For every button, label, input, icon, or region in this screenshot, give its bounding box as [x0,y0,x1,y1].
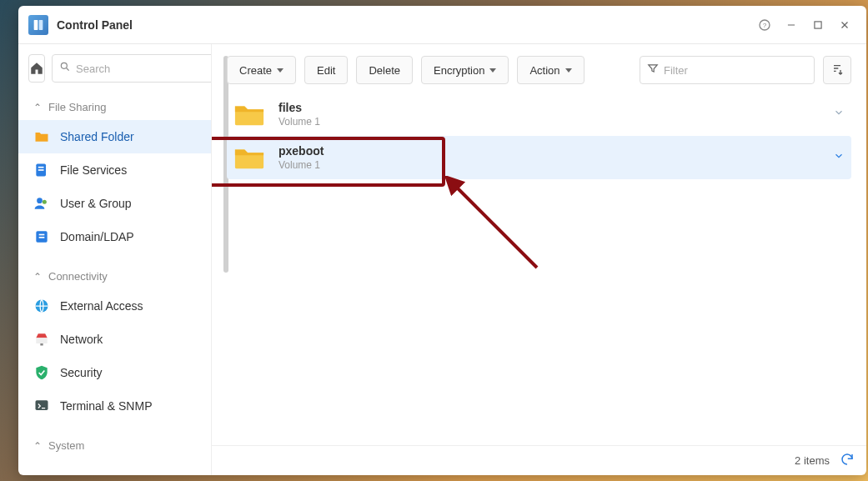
folder-row-pxeboot[interactable]: pxeboot Volume 1 [227,136,851,179]
svg-rect-11 [38,167,44,168]
section-label: Connectivity [48,270,108,283]
sidebar-item-external-access[interactable]: External Access [18,289,211,323]
users-icon [33,195,50,212]
chevron-down-icon [277,68,283,73]
refresh-button[interactable] [840,452,855,469]
filter-box[interactable] [640,56,815,84]
sidebar-section-system[interactable]: ⌃ System [18,431,211,458]
minimize-button[interactable] [780,13,803,37]
sidebar-item-user-group[interactable]: User & Group [18,187,211,220]
folder-icon [33,128,50,145]
close-button[interactable] [833,13,856,37]
sidebar-section-file-sharing[interactable]: ⌃ File Sharing [18,93,211,120]
create-button[interactable]: Create [227,56,296,84]
item-count: 2 items [795,454,830,467]
folder-icon [233,101,265,128]
sidebar: ⌃ File Sharing Shared Folder File Servic… [18,44,212,475]
folder-location: Volume 1 [278,116,320,128]
control-panel-window: Control Panel ? [18,6,866,475]
window-title: Control Panel [57,18,133,32]
terminal-icon [33,398,50,414]
shield-icon [33,364,50,381]
home-button[interactable] [28,54,45,83]
svg-line-9 [67,68,69,71]
svg-line-22 [454,184,537,268]
sidebar-item-label: Security [60,366,103,379]
search-box[interactable] [52,54,212,83]
encryption-button[interactable]: Encryption [421,56,509,84]
file-services-icon [33,162,50,178]
section-label: File Sharing [48,101,106,113]
svg-rect-12 [38,169,44,171]
chevron-up-icon: ⌃ [33,271,42,283]
search-input[interactable] [76,63,212,75]
sidebar-item-terminal-snmp[interactable]: Terminal & SNMP [18,389,211,423]
svg-rect-1 [39,20,43,30]
sidebar-item-label: File Services [60,163,127,177]
svg-rect-21 [36,400,48,410]
sidebar-item-network[interactable]: Network [18,323,211,356]
help-button[interactable]: ? [753,13,776,37]
domain-icon [33,228,50,245]
chevron-up-icon: ⌃ [33,102,42,113]
sidebar-item-label: External Access [60,299,143,313]
expand-icon[interactable] [833,150,845,165]
folder-row-files[interactable]: files Volume 1 [227,93,851,136]
folder-name: pxeboot [278,144,324,158]
app-icon [28,15,48,35]
sidebar-item-label: Domain/LDAP [60,230,134,243]
svg-rect-5 [815,21,821,28]
delete-button[interactable]: Delete [356,56,413,84]
svg-rect-0 [34,20,38,30]
expand-icon[interactable] [833,107,845,122]
svg-point-8 [61,63,67,68]
svg-point-13 [37,198,43,203]
folder-list: files Volume 1 pxeboot Volume 1 [212,93,866,445]
svg-point-14 [43,200,47,204]
sidebar-item-file-services[interactable]: File Services [18,153,211,187]
svg-rect-20 [40,343,43,346]
sidebar-section-connectivity[interactable]: ⌃ Connectivity [18,262,211,289]
network-icon [33,331,50,348]
edit-button[interactable]: Edit [304,56,348,84]
sidebar-item-security[interactable]: Security [18,356,211,389]
toolbar: Create Edit Delete Encryption Action [212,44,866,93]
sidebar-item-label: Shared Folder [60,130,134,143]
sidebar-item-domain-ldap[interactable]: Domain/LDAP [18,220,211,253]
sort-button[interactable] [823,56,851,84]
maximize-button[interactable] [806,13,830,37]
folder-location: Volume 1 [278,159,324,171]
titlebar: Control Panel ? [18,6,866,44]
svg-text:?: ? [763,21,767,28]
chevron-up-icon: ⌃ [33,440,42,452]
filter-input[interactable] [664,64,807,77]
svg-rect-16 [39,234,45,236]
search-icon [59,61,71,76]
sidebar-item-shared-folder[interactable]: Shared Folder [18,120,211,153]
section-label: System [48,439,84,452]
chevron-down-icon [489,68,496,73]
sidebar-item-label: Network [60,333,103,346]
statusbar: 2 items [212,445,866,475]
filter-icon [647,63,659,78]
globe-icon [33,298,50,314]
content-pane: Create Edit Delete Encryption Action [212,44,866,475]
svg-rect-19 [36,338,47,343]
sidebar-item-label: User & Group [60,197,132,210]
sidebar-item-label: Terminal & SNMP [60,399,152,413]
chevron-down-icon [565,68,572,73]
folder-icon [233,144,265,171]
annotation-arrow [445,176,545,276]
folder-name: files [278,101,320,114]
svg-rect-17 [39,237,45,238]
action-button[interactable]: Action [517,56,584,84]
